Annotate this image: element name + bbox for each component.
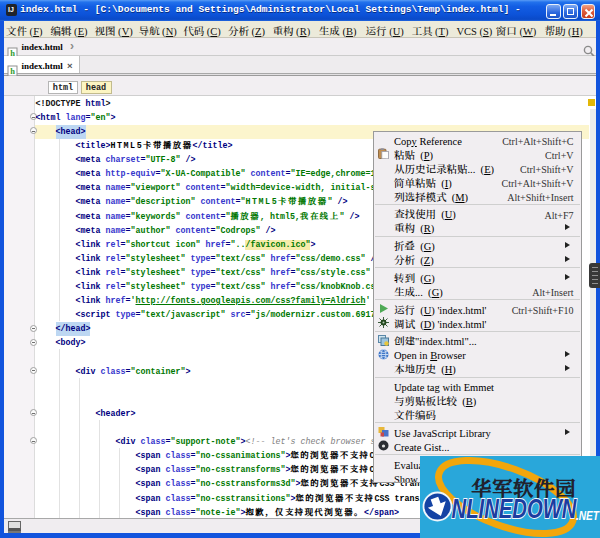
svg-text:.NET: .NET xyxy=(576,509,600,523)
svg-text:NLINEDOWN: NLINEDOWN xyxy=(452,493,578,524)
